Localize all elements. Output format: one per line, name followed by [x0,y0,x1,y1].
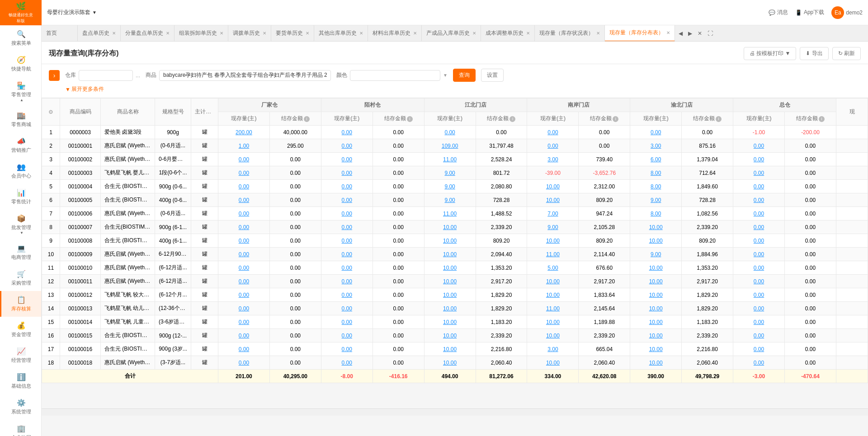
cell-f-qty[interactable]: 0.00 [218,261,270,275]
tab-expand-btn[interactable]: ⛶ [706,29,715,38]
cell-m-qty[interactable]: 0.00 [321,329,373,342]
cell-na-qty[interactable]: 10.00 [527,356,579,370]
cell-jb-qty[interactable]: 10.00 [424,315,476,329]
sidebar-item-operations[interactable]: 📈 经营管理 [0,342,41,368]
warehouse-input[interactable] [79,70,133,81]
tab-material-out[interactable]: 材料出库单历史 ✕ [368,25,422,42]
cell-f-qty[interactable]: 0.00 [218,153,270,166]
sidebar-item-marketing[interactable]: 📣 营销推广 [0,132,41,158]
sidebar-item-retail-shop[interactable]: 🏬 零售商城 [0,107,41,132]
cell-f-qty[interactable]: 0.00 [218,342,270,356]
cell-na-qty[interactable]: 9.00 [527,220,579,234]
cell-zc-qty[interactable]: 0.00 [733,193,785,207]
zc-amt-info-icon[interactable]: i [819,116,825,122]
cell-yb-qty[interactable]: 9.00 [630,248,682,261]
tab-sub-inventory-close[interactable]: ✕ [166,31,170,36]
header-message[interactable]: 💬 消息 [769,9,788,16]
tab-assemble-close[interactable]: ✕ [220,31,223,36]
cell-m-qty[interactable]: 0.00 [321,180,373,193]
sidebar-item-system[interactable]: ⚙️ 系统管理 [0,394,41,420]
cell-f-qty[interactable]: 0.00 [218,193,270,207]
tab-product-in[interactable]: 产成品入库单历史 ✕ [422,25,481,42]
cell-na-qty[interactable]: 10.00 [527,193,579,207]
cell-yb-qty[interactable]: 10.00 [630,329,682,342]
header-user[interactable]: Ea demo2 [831,6,863,19]
cell-na-qty[interactable]: 10.00 [527,315,579,329]
tab-allot-close[interactable]: ✕ [263,31,266,36]
cell-yb-qty[interactable]: 6.00 [630,153,682,166]
product-input[interactable] [159,70,331,81]
tab-product-in-close[interactable]: ✕ [472,31,476,36]
cell-jb-qty[interactable]: 11.00 [424,207,476,220]
cell-f-qty[interactable]: 0.00 [218,180,270,193]
sidebar-item-member[interactable]: 👥 会员中心 [0,158,41,184]
cell-zc-qty[interactable]: 0.00 [733,234,785,248]
tab-stock-dist-close[interactable]: ✕ [666,30,670,35]
cell-yb-qty[interactable]: 10.00 [630,315,682,329]
cell-zc-qty[interactable]: 0.00 [733,356,785,370]
cell-m-qty[interactable]: 0.00 [321,126,373,139]
cell-na-qty[interactable]: 10.00 [527,288,579,302]
cell-jb-qty[interactable]: 10.00 [424,234,476,248]
cell-f-qty[interactable]: 200.00 [218,126,270,139]
cell-zc-qty[interactable]: 0.00 [733,220,785,234]
cell-yb-qty[interactable]: 10.00 [630,356,682,370]
cell-f-qty[interactable]: 0.00 [218,234,270,248]
header-dropdown[interactable]: 母婴行业演示陈套 ▼ [47,9,97,16]
tab-stock-status-close[interactable]: ✕ [596,31,600,36]
f-amt-info-icon[interactable]: i [304,116,310,122]
cell-m-qty[interactable]: 0.00 [321,234,373,248]
tab-allot[interactable]: 调拨单历史 ✕ [228,25,271,42]
cell-na-qty[interactable]: 3.00 [527,153,579,166]
cell-m-qty[interactable]: 0.00 [321,302,373,315]
cell-na-qty[interactable]: 11.00 [527,302,579,315]
cell-yb-qty[interactable]: 0.00 [630,126,682,139]
tab-stock-dist[interactable]: 现存量（库存分布表） ✕ [605,25,675,42]
tab-stock-status[interactable]: 现存量（库存状况表） ✕ [535,25,605,42]
cell-zc-qty[interactable]: -1.00 [733,126,785,139]
cell-jb-qty[interactable]: 10.00 [424,275,476,288]
cell-yb-qty[interactable]: 9.00 [630,193,682,207]
jb-amt-info-icon[interactable]: i [509,116,515,122]
cell-jb-qty[interactable]: 0.00 [424,126,476,139]
sidebar-item-inventory[interactable]: 📋 库存核算 [0,291,41,317]
cell-yb-qty[interactable]: 10.00 [630,302,682,315]
cell-m-qty[interactable]: 0.00 [321,207,373,220]
cell-zc-qty[interactable]: 0.00 [733,139,785,153]
cell-yb-qty[interactable]: 8.00 [630,166,682,180]
cell-na-qty[interactable]: 0.00 [527,139,579,153]
filter-toggle-btn[interactable]: › [49,70,60,81]
cell-m-qty[interactable]: 0.00 [321,342,373,356]
yb-amt-info-icon[interactable]: i [716,116,722,122]
sidebar-item-search[interactable]: 🔍 搜索英单 [0,25,41,51]
color-input[interactable] [350,70,440,81]
cell-na-qty[interactable]: 3.00 [527,342,579,356]
cell-m-qty[interactable]: 0.00 [321,288,373,302]
cell-m-qty[interactable]: 0.00 [321,153,373,166]
tab-prev-btn[interactable]: ◀ [677,29,684,38]
expand-conditions-btn[interactable]: ▼ 展开更多条件 [65,85,861,93]
cell-jb-qty[interactable]: 10.00 [424,329,476,342]
cell-m-qty[interactable]: 0.00 [321,166,373,180]
cell-zc-qty[interactable]: 0.00 [733,153,785,166]
cell-m-qty[interactable]: 0.00 [321,248,373,261]
sidebar-item-retail-mgmt[interactable]: 🏪 零售管理 ▲ [0,77,41,107]
tab-close-all-btn[interactable]: ✕ [696,29,704,38]
col-header-settings[interactable]: ⚙ [42,98,60,126]
tab-inventory-check-close[interactable]: ✕ [112,31,116,36]
cell-zc-qty[interactable]: 0.00 [733,180,785,193]
sidebar-item-retail-stat[interactable]: 📊 零售统计 [0,184,41,210]
cell-m-qty[interactable]: 0.00 [321,315,373,329]
tab-sub-inventory[interactable]: 分量盘点单历史 ✕ [121,25,175,42]
print-button[interactable]: 🖨 按模板打印 ▼ [744,47,797,60]
cell-f-qty[interactable]: 0.00 [218,329,270,342]
cell-jb-qty[interactable]: 9.00 [424,193,476,207]
cell-na-qty[interactable]: 10.00 [527,329,579,342]
cell-zc-qty[interactable]: 0.00 [733,288,785,302]
sidebar-item-purchase[interactable]: 🛒 采购管理 [0,265,41,291]
na-amt-info-icon[interactable]: i [613,116,618,122]
cell-jb-qty[interactable]: 10.00 [424,356,476,370]
sidebar-item-finance[interactable]: 💰 资金管理 [0,317,41,342]
cell-yb-qty[interactable]: 10.00 [630,220,682,234]
sidebar-item-wholesale[interactable]: 📦 批发管理 ▼ [0,210,41,239]
